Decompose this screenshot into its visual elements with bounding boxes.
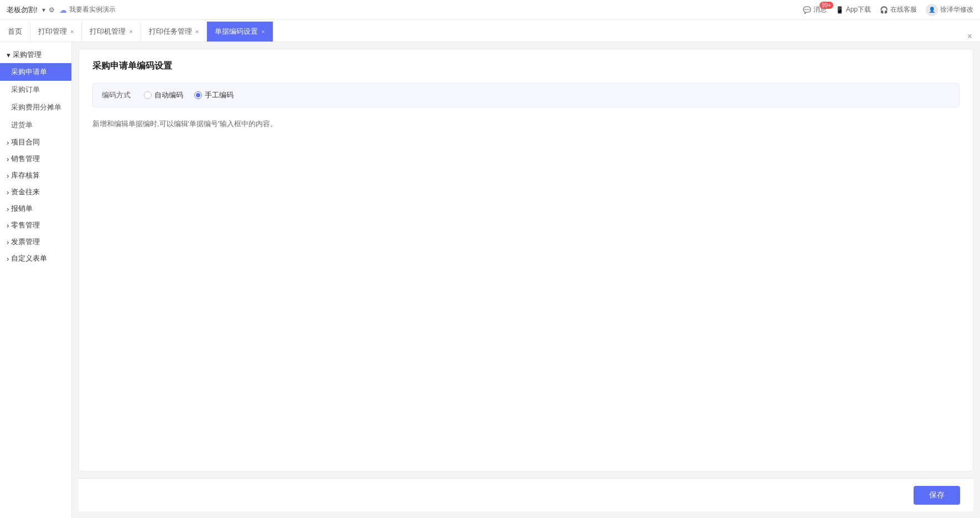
sidebar-group-project-contract[interactable]: › 项目合同	[0, 134, 71, 151]
avatar: 👤	[926, 4, 938, 16]
sidebar-group-invoice-mgmt-label: 发票管理	[11, 237, 40, 247]
chevron-down-icon: ▾	[42, 6, 45, 14]
radio-manual-label: 手工编码	[205, 90, 234, 100]
sidebar-item-purchase-expense-label: 采购费用分摊单	[11, 103, 61, 111]
content-inner: 采购申请单编码设置 编码方式 自动编码 手工编码 新增和编辑单据编时,可以编辑'…	[79, 49, 973, 472]
tab-home[interactable]: 首页	[0, 22, 30, 42]
footer: 保存	[79, 478, 973, 511]
brand-text: 老板勿割!	[7, 5, 38, 15]
sidebar-group-sales-mgmt[interactable]: › 销售管理	[0, 151, 71, 167]
message-badge: 99+	[820, 2, 833, 9]
tab-print-mgmt[interactable]: 打印管理 ×	[30, 22, 82, 42]
chevron-right-icon: ›	[7, 172, 9, 180]
online-service-btn[interactable]: 🎧 在线客服	[880, 5, 917, 14]
app-download-label: App下载	[846, 5, 871, 14]
chevron-right-icon: ›	[7, 138, 9, 147]
chevron-right-icon: ›	[7, 255, 9, 263]
message-btn[interactable]: 💬 消息 99+	[803, 5, 827, 14]
encode-label: 编码方式	[102, 90, 131, 100]
app-download-btn[interactable]: 📱 App下载	[836, 5, 871, 14]
headset-icon: 🎧	[880, 6, 888, 14]
user-btn[interactable]: 👤 徐泽华修改	[926, 4, 973, 16]
sidebar-item-stock-in[interactable]: 进货单	[0, 116, 71, 134]
tab-printer-mgmt-label: 打印机管理	[90, 27, 126, 37]
chevron-right-icon: ›	[7, 155, 9, 163]
sidebar-group-return-label: 报销单	[11, 204, 33, 214]
tab-printer-mgmt-close[interactable]: ×	[129, 28, 132, 35]
message-icon: 💬	[803, 6, 811, 14]
tab-print-task-label: 打印任务管理	[149, 27, 192, 37]
tab-barcode-setting[interactable]: 单据编码设置 ×	[207, 22, 273, 42]
demo-link[interactable]: ☁ 我要看实例演示	[59, 5, 116, 14]
tab-printer-mgmt[interactable]: 打印机管理 ×	[82, 22, 141, 42]
top-bar-icons: ▾ ⚙	[42, 6, 55, 14]
sidebar-item-purchase-order[interactable]: 采购订单	[0, 81, 71, 99]
sidebar-group-inventory[interactable]: › 库存核算	[0, 167, 71, 184]
content: 采购申请单编码设置 编码方式 自动编码 手工编码 新增和编辑单据编时,可以编辑'…	[72, 42, 980, 518]
sidebar: ▾ 采购管理 采购申请单 采购订单 采购费用分摊单 进货单 › 项目合同 › 销…	[0, 42, 72, 518]
sidebar-group-fund-flow[interactable]: › 资金往来	[0, 184, 71, 200]
settings-btn[interactable]: ⚙	[49, 6, 55, 14]
sidebar-group-sales-mgmt-label: 销售管理	[11, 154, 40, 164]
sidebar-item-purchase-expense[interactable]: 采购费用分摊单	[0, 99, 71, 116]
gear-icon: ⚙	[49, 6, 55, 14]
tab-bar-close-btn[interactable]: ×	[960, 32, 980, 42]
cloud-icon: ☁	[59, 6, 67, 14]
tab-print-mgmt-close[interactable]: ×	[70, 28, 74, 35]
sidebar-item-purchase-request[interactable]: 采购申请单	[0, 63, 71, 81]
sidebar-group-retail-mgmt-label: 零售管理	[11, 220, 40, 230]
sidebar-group-custom-forms-label: 自定义表单	[11, 253, 47, 263]
sidebar-item-purchase-order-label: 采购订单	[11, 85, 40, 94]
radio-group: 自动编码 手工编码	[144, 90, 234, 100]
sidebar-group-fund-flow-label: 资金往来	[11, 187, 40, 197]
demo-text: 我要看实例演示	[69, 5, 116, 14]
sidebar-group-inventory-label: 库存核算	[11, 170, 40, 180]
sidebar-item-purchase-request-label: 采购申请单	[11, 68, 47, 76]
radio-manual-code[interactable]: 手工编码	[194, 90, 234, 100]
hint-text: 新增和编辑单据编时,可以编辑'单据编号'输入框中的内容。	[92, 118, 960, 130]
radio-manual-circle	[194, 91, 202, 99]
tab-home-label: 首页	[8, 27, 22, 37]
radio-auto-code[interactable]: 自动编码	[144, 90, 183, 100]
sidebar-group-purchase[interactable]: ▾ 采购管理	[0, 46, 71, 63]
sidebar-group-invoice-mgmt[interactable]: › 发票管理	[0, 234, 71, 250]
tab-barcode-setting-close[interactable]: ×	[261, 28, 265, 35]
page-title: 采购申请单编码设置	[92, 60, 960, 72]
sidebar-group-purchase-label: 采购管理	[13, 50, 42, 60]
tab-print-task[interactable]: 打印任务管理 ×	[141, 22, 207, 42]
tab-print-task-close[interactable]: ×	[195, 28, 199, 35]
sidebar-group-custom-forms[interactable]: › 自定义表单	[0, 250, 71, 267]
sidebar-group-project-contract-label: 项目合同	[11, 137, 40, 147]
main-area: ▾ 采购管理 采购申请单 采购订单 采购费用分摊单 进货单 › 项目合同 › 销…	[0, 42, 980, 518]
chevron-down-icon: ▾	[7, 51, 11, 59]
tab-barcode-setting-label: 单据编码设置	[215, 27, 258, 37]
chevron-right-icon: ›	[7, 188, 9, 196]
radio-auto-label: 自动编码	[154, 90, 183, 100]
phone-icon: 📱	[836, 6, 844, 14]
top-bar-right: 💬 消息 99+ 📱 App下载 🎧 在线客服 👤 徐泽华修改	[803, 4, 973, 16]
tab-print-mgmt-label: 打印管理	[38, 27, 67, 37]
user-name: 徐泽华修改	[940, 5, 973, 14]
sidebar-group-return[interactable]: › 报销单	[0, 200, 71, 217]
dropdown-btn[interactable]: ▾	[42, 6, 45, 14]
service-label: 在线客服	[890, 5, 917, 14]
tab-bar: 首页 打印管理 × 打印机管理 × 打印任务管理 × 单据编码设置 × ×	[0, 20, 980, 42]
chevron-right-icon: ›	[7, 221, 9, 230]
avatar-icon: 👤	[929, 7, 935, 13]
top-bar-left: 老板勿割! ▾ ⚙ ☁ 我要看实例演示	[7, 5, 116, 15]
encode-row: 编码方式 自动编码 手工编码	[92, 83, 960, 107]
chevron-right-icon: ›	[7, 238, 9, 246]
save-button[interactable]: 保存	[914, 486, 960, 505]
sidebar-item-stock-in-label: 进货单	[11, 121, 33, 129]
sidebar-group-retail-mgmt[interactable]: › 零售管理	[0, 217, 71, 234]
top-bar: 老板勿割! ▾ ⚙ ☁ 我要看实例演示 💬 消息 99+ 📱 App下载 🎧 在…	[0, 0, 980, 20]
radio-auto-circle	[144, 91, 152, 99]
chevron-right-icon: ›	[7, 205, 9, 213]
